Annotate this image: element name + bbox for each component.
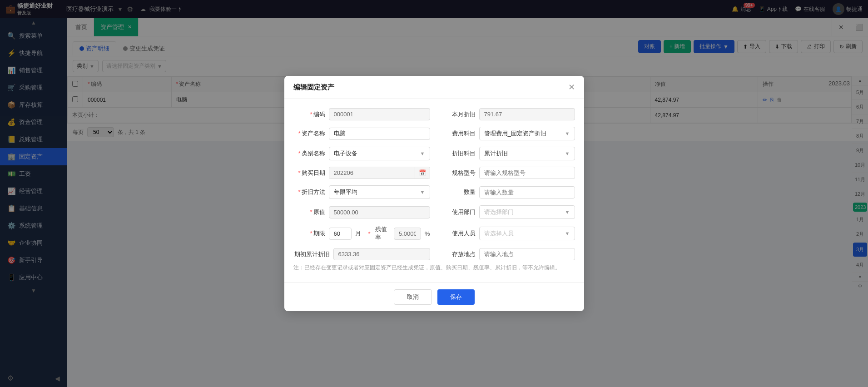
field-model: 规格型号 (439, 167, 575, 179)
residual-rate-input (394, 228, 421, 240)
field-code: *编码 (293, 108, 430, 120)
storage-label: 存放地点 (439, 250, 476, 258)
save-btn[interactable]: 保存 (437, 289, 475, 305)
category-select[interactable]: 电子设备 ▼ (329, 147, 430, 160)
modal-body: *编码 本月折旧 *资产名称 费用科 (284, 99, 584, 283)
model-label: 规格型号 (439, 169, 476, 177)
quantity-input[interactable] (479, 186, 575, 198)
modal-footer: 取消 保存 (284, 283, 584, 311)
field-quantity: 数量 (439, 185, 575, 199)
model-input[interactable] (479, 167, 575, 179)
category-label: *类别名称 (293, 149, 325, 158)
purchase-date-input[interactable] (329, 167, 415, 179)
field-staff: 使用人员 请选择人员 ▼ (439, 225, 575, 242)
department-label: 使用部门 (439, 208, 476, 216)
field-asset-name: *资产名称 (293, 127, 430, 140)
field-depreciation-account: 折旧科目 累计折旧 ▼ (439, 147, 575, 160)
asset-name-label: *资产名称 (293, 129, 325, 138)
staff-label: 使用人员 (439, 229, 476, 238)
field-period-residual: *期限 月 * 残值率 % (293, 225, 430, 242)
initial-dep-label: 期初累计折旧 (293, 250, 330, 258)
modal-close-btn[interactable]: ✕ (568, 82, 575, 92)
field-category: *类别名称 电子设备 ▼ (293, 147, 430, 160)
period-input[interactable] (329, 228, 352, 240)
code-input[interactable] (329, 108, 430, 120)
dep-account-label: 折旧科目 (439, 149, 476, 158)
cancel-btn[interactable]: 取消 (394, 289, 432, 305)
asset-name-input[interactable] (329, 128, 430, 140)
staff-select[interactable]: 请选择人员 ▼ (479, 227, 575, 240)
field-original-value: *原值 (293, 205, 430, 219)
dep-account-select[interactable]: 累计折旧 ▼ (479, 147, 575, 160)
period-unit: 月 (355, 229, 361, 238)
calendar-icon[interactable]: 📅 (415, 167, 430, 179)
original-value-input (329, 206, 430, 218)
field-expense-account: 费用科目 管理费用_固定资产折旧 ▼ (439, 127, 575, 140)
modal-note: 注：已经存在变更记录或者对应固定资产已经生成凭证，原值、购买日期、残值率、累计折… (293, 260, 575, 273)
modal-title: 编辑固定资产 (293, 83, 334, 92)
code-label: *编码 (293, 110, 325, 119)
method-select[interactable]: 年限平均 ▼ (329, 185, 430, 199)
original-value-label: *原值 (293, 208, 325, 216)
period-label: *期限 (293, 229, 325, 238)
monthly-dep-label: 本月折旧 (439, 110, 476, 119)
modal-header: 编辑固定资产 ✕ (284, 76, 584, 99)
department-select[interactable]: 请选择部门 ▼ (479, 205, 575, 219)
purchase-date-label: *购买日期 (293, 169, 325, 177)
residual-rate-label: 残值率 (375, 225, 390, 242)
expense-account-label: 费用科目 (439, 129, 476, 138)
quantity-label: 数量 (439, 188, 476, 196)
field-department: 使用部门 请选择部门 ▼ (439, 205, 575, 219)
edit-asset-modal: 编辑固定资产 ✕ *编码 本月折旧 (284, 76, 584, 311)
field-monthly-depreciation: 本月折旧 (439, 108, 575, 120)
field-method: *折旧方法 年限平均 ▼ (293, 185, 430, 199)
method-label: *折旧方法 (293, 188, 325, 196)
residual-rate-unit: % (425, 230, 430, 237)
field-storage: 存放地点 (439, 248, 575, 260)
purchase-date-wrap: 📅 (329, 167, 430, 179)
form-grid: *编码 本月折旧 *资产名称 费用科 (293, 108, 575, 260)
field-purchase-date: *购买日期 📅 (293, 167, 430, 179)
initial-dep-input (333, 248, 430, 260)
monthly-dep-input (479, 108, 575, 120)
field-initial-depreciation: 期初累计折旧 (293, 248, 430, 260)
modal-overlay: 编辑固定资产 ✕ *编码 本月折旧 (0, 0, 868, 387)
storage-input[interactable] (479, 248, 575, 260)
expense-account-select[interactable]: 管理费用_固定资产折旧 ▼ (479, 127, 575, 140)
